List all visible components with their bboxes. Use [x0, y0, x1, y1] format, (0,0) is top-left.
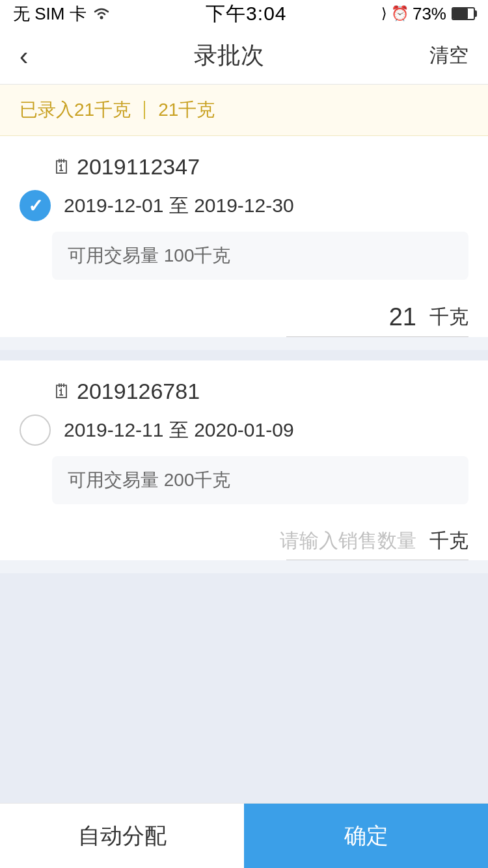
input-unit-2: 千克 [429, 528, 468, 554]
recorded-label: 已录入21千克 [20, 98, 131, 122]
alarm-icon: ⏰ [391, 5, 409, 22]
wifi-icon [92, 4, 111, 24]
nav-bar: ‹ 录批次 清空 [0, 27, 488, 85]
batch-row-2[interactable]: 2019-12-11 至 2020-01-09 [0, 404, 488, 456]
amount-underline-2 [286, 560, 468, 560]
recorded-amount: 21千克 [158, 98, 215, 122]
date-range-2: 2019-12-11 至 2020-01-09 [64, 417, 294, 444]
input-placeholder-2: 请输入销售数量 [280, 528, 416, 554]
date-range-1: 2019-12-01 至 2019-12-30 [64, 193, 294, 219]
section-divider [0, 350, 488, 360]
amount-display-1: 21 千克 [0, 293, 488, 336]
batch-item-2: 🗓 2019126781 2019-12-11 至 2020-01-09 可用交… [0, 360, 488, 560]
info-banner: 已录入21千克 21千克 [0, 85, 488, 136]
batch-id-2: 2019126781 [77, 379, 200, 404]
batch-id-1: 2019112347 [77, 154, 200, 180]
availability-2: 可用交易量 200千克 [52, 456, 468, 504]
bottom-bar: 自动分配 确定 [0, 803, 488, 868]
availability-1: 可用交易量 100千克 [52, 232, 468, 280]
batch-header-1: 🗓 2019112347 [0, 136, 488, 180]
svg-point-0 [100, 16, 103, 19]
battery-icon [452, 7, 475, 20]
clear-button[interactable]: 清空 [429, 42, 468, 69]
confirm-button[interactable]: 确定 [244, 804, 488, 868]
batch-id-icon-1: 🗓 [52, 156, 72, 178]
page-title: 录批次 [194, 40, 264, 72]
batch-row-1[interactable]: 2019-12-01 至 2019-12-30 [0, 180, 488, 232]
batch-id-icon-2: 🗓 [52, 381, 72, 403]
batch-item-1: 🗓 2019112347 2019-12-01 至 2019-12-30 可用交… [0, 136, 488, 337]
back-button[interactable]: ‹ [20, 43, 28, 69]
amount-underline-1 [286, 336, 468, 337]
location-icon: ⟩ [381, 5, 387, 22]
status-bar: 无 SIM 卡 下午3:04 ⟩ ⏰ 73% [0, 0, 488, 27]
status-time: 下午3:04 [206, 1, 286, 27]
battery-text: 73% [413, 4, 446, 24]
batch-header-2: 🗓 2019126781 [0, 360, 488, 404]
carrier-text: 无 SIM 卡 [13, 3, 87, 25]
amount-unit-1: 千克 [429, 304, 468, 331]
status-right: ⟩ ⏰ 73% [381, 4, 475, 24]
radio-button-1[interactable] [20, 190, 51, 221]
status-left: 无 SIM 卡 [13, 3, 111, 25]
auto-distribute-button[interactable]: 自动分配 [0, 804, 244, 868]
amount-input-row-2[interactable]: 请输入销售数量 千克 [0, 517, 488, 560]
radio-button-2[interactable] [20, 414, 51, 446]
amount-value-1: 21 [389, 303, 416, 331]
info-divider [144, 101, 145, 119]
